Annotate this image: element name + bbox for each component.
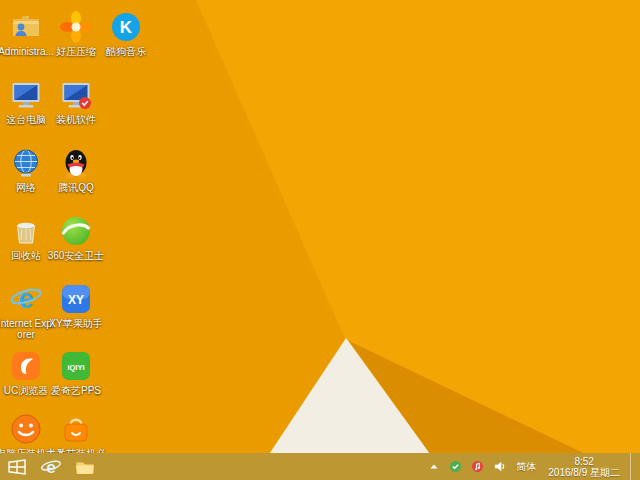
taskbar-clock[interactable]: 8:52 2016/8/9 星期二 [545, 456, 623, 478]
desktop-icon-zhuangji[interactable]: 装机软件 [46, 78, 106, 125]
desktop-icon-iqiyi-pps[interactable]: iQIYI 爱奇艺PPS [46, 349, 106, 396]
speaker-icon [493, 460, 506, 473]
ie-icon: e [9, 282, 43, 316]
recycle-bin-icon [9, 214, 43, 248]
svg-text:K: K [120, 18, 133, 37]
smiley-orange-icon [9, 412, 43, 446]
computer-badge-icon [59, 78, 93, 112]
clock-date: 2016/8/9 星期二 [548, 467, 620, 478]
computer-icon [9, 78, 43, 112]
folder-icon [74, 458, 96, 476]
network-globe-icon [9, 146, 43, 180]
icon-label: 装机软件 [46, 114, 106, 125]
uc-browser-icon [9, 349, 43, 383]
svg-text:e: e [46, 457, 56, 477]
user-folder-icon [9, 10, 43, 44]
green-shield-icon [59, 214, 93, 248]
windows-logo-icon [7, 458, 27, 476]
clock-time: 8:52 [548, 456, 620, 467]
ie-icon: e [9, 282, 43, 316]
shopping-bag-icon [59, 412, 93, 446]
penguin-icon [59, 146, 93, 180]
network-globe-icon [9, 146, 43, 180]
pinwheel-icon [59, 10, 93, 44]
computer-icon [9, 78, 43, 112]
desktop-icon-xy-assistant[interactable]: XY XY苹果助手 [46, 282, 106, 329]
icon-label: XY苹果助手 [46, 318, 106, 329]
show-desktop-button[interactable] [630, 453, 636, 480]
svg-text:iQIYI: iQIYI [67, 363, 84, 372]
red-music-icon [471, 460, 484, 473]
start-button[interactable] [0, 453, 34, 480]
shopping-bag-icon [59, 412, 93, 446]
xy-icon: XY [59, 282, 93, 316]
tray-safety-icon[interactable] [448, 459, 463, 474]
recycle-bin-icon [9, 214, 43, 248]
hidden-icons-button[interactable] [426, 459, 441, 474]
svg-text:e: e [18, 284, 33, 314]
desktop-icon-360-safety[interactable]: 360安全卫士 [46, 214, 106, 261]
xy-icon: XY [59, 282, 93, 316]
desktop: Administra... 这台电脑 网络 [0, 0, 640, 480]
taskbar-explorer-button[interactable] [68, 453, 102, 480]
green-safety-icon [449, 460, 462, 473]
kugou-k-icon: K [109, 10, 143, 44]
iqiyi-icon: iQIYI [59, 349, 93, 383]
computer-badge-icon [59, 78, 93, 112]
system-tray: 简体 8:52 2016/8/9 星期二 [426, 453, 640, 480]
penguin-icon [59, 146, 93, 180]
pinwheel-icon [59, 10, 93, 44]
icon-label: 360安全卫士 [46, 250, 106, 261]
taskbar: e [0, 453, 640, 480]
desktop-icon-kugou[interactable]: K 酷狗音乐 [96, 10, 156, 57]
smiley-orange-icon [9, 412, 43, 446]
tray-music-icon[interactable] [470, 459, 485, 474]
ie-icon: e [40, 456, 62, 478]
green-shield-icon [59, 214, 93, 248]
ime-indicator[interactable]: 简体 [514, 460, 538, 474]
volume-icon[interactable] [492, 459, 507, 474]
icon-label: 腾讯QQ [46, 182, 106, 193]
uc-browser-icon [9, 349, 43, 383]
desktop-icon-qq[interactable]: 腾讯QQ [46, 146, 106, 193]
icon-label: 酷狗音乐 [96, 46, 156, 57]
taskbar-ie-button[interactable]: e [34, 453, 68, 480]
icon-label: 爱奇艺PPS [46, 385, 106, 396]
user-folder-icon [9, 10, 43, 44]
iqiyi-icon: iQIYI [59, 349, 93, 383]
kugou-k-icon: K [109, 10, 143, 44]
chevron-up-icon [429, 462, 439, 472]
svg-text:XY: XY [68, 293, 84, 307]
